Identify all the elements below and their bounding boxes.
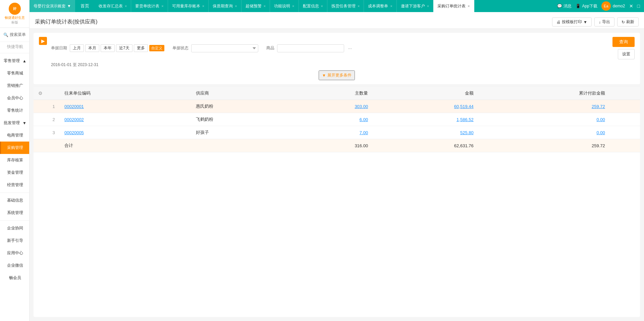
sidebar-item-retail-stat[interactable]: 零售统计: [0, 104, 29, 117]
tab-invite-downstream[interactable]: 邀请下游客户 ×: [397, 0, 433, 12]
goods-ellipsis-button[interactable]: ···: [347, 46, 354, 51]
date-this-year-button[interactable]: 本年: [101, 44, 115, 52]
cell-extra-3: [609, 126, 640, 139]
sidebar-item-wholesale[interactable]: 批发管理 ▼: [0, 117, 29, 129]
amount-link-3[interactable]: 525.80: [460, 130, 474, 135]
tab-cost-adjust[interactable]: 成本调整单 ×: [364, 0, 396, 12]
amount-link-1[interactable]: 60,519.44: [454, 104, 474, 109]
refresh-label: 刷新: [626, 19, 634, 25]
wholesale-label: 批发管理: [4, 120, 20, 126]
tab-goods-summary-close[interactable]: ×: [161, 4, 163, 8]
status-select[interactable]: [191, 44, 258, 52]
expand-more-button[interactable]: ▼ 展开更多条件: [319, 70, 355, 80]
date-more-button[interactable]: 更多: [134, 44, 148, 52]
sidebar-item-vip[interactable]: 畅会员: [0, 272, 29, 284]
app-download-button[interactable]: 📱 App下载: [576, 3, 597, 9]
logo-icon: 好: [9, 3, 21, 15]
paid-amount-link-3[interactable]: 0.00: [596, 130, 605, 135]
main-qty-link-3[interactable]: 7.00: [360, 130, 368, 135]
tab-func-desc-close[interactable]: ×: [292, 4, 294, 8]
main-qty-link-1[interactable]: 303.00: [355, 104, 368, 109]
message-button[interactable]: 💬 消息: [557, 3, 572, 9]
tab-home[interactable]: 首页: [75, 0, 95, 12]
marketing-label: 营销推广: [7, 83, 23, 88]
sidebar-item-purchase[interactable]: 采购管理: [0, 142, 29, 154]
sidebar-item-enterprise[interactable]: 企业协同: [0, 222, 29, 234]
col-index: [47, 87, 60, 100]
tab-func-desc[interactable]: 功能说明 ×: [270, 0, 299, 12]
sidebar-item-wechat[interactable]: 企业微信: [0, 259, 29, 272]
sidebar-item-app-center[interactable]: 应用中心: [0, 247, 29, 259]
sidebar-item-marketing[interactable]: 营销推广: [0, 79, 29, 92]
tab-validity-close[interactable]: ×: [235, 4, 237, 8]
user-area[interactable]: Ea demo2: [601, 1, 625, 11]
company-selector[interactable]: 母婴行业演示账套 ▼: [30, 0, 75, 12]
window-close-button[interactable]: ✕: [629, 3, 633, 9]
sidebar-item-inventory[interactable]: 库存核算: [0, 154, 29, 166]
tab-overstock-close[interactable]: ×: [264, 4, 266, 8]
query-button[interactable]: 查询: [612, 37, 635, 47]
main-qty-link-2[interactable]: 6.00: [360, 117, 368, 122]
inventory-label: 库存核算: [7, 158, 23, 162]
export-icon: ↓: [599, 20, 601, 24]
filter-toggle-button[interactable]: ▶: [39, 37, 47, 45]
amount-link-2[interactable]: 1,586.52: [457, 117, 474, 122]
filter-row-1: 单据日期 上月 本月 本年 近7天 更多 自定义: [51, 37, 635, 59]
print-button[interactable]: 🖨 按模板打印 ▼: [552, 17, 592, 26]
sidebar-item-newcomer[interactable]: 新手引导: [0, 234, 29, 247]
tab-purchase-summary[interactable]: 采购订单统计表 ×: [433, 0, 474, 12]
tab-goods-summary[interactable]: 要货单统计表 ×: [131, 0, 168, 12]
paid-amount-link-1[interactable]: 259.72: [592, 104, 605, 109]
cell-supplier-code-2: 00020002: [60, 113, 192, 126]
date-last-month-button[interactable]: 上月: [70, 44, 84, 52]
retail-mgmt-arrow: ▲: [22, 59, 26, 63]
sidebar-item-ecommerce[interactable]: 电商管理: [0, 129, 29, 142]
sidebar-item-sys-mgmt[interactable]: 系统管理: [0, 207, 29, 219]
sidebar-item-retail-mall[interactable]: 零售商城: [0, 67, 29, 79]
tab-validity-label: 保质期查询: [213, 3, 233, 9]
tab-available-stock-close[interactable]: ×: [202, 4, 204, 8]
tab-pick-task-label: 拣货任务管理: [331, 3, 356, 9]
cell-main-qty-3: 7.00: [290, 126, 372, 139]
cell-supplier-name-1: 惠氏奶粉: [192, 100, 290, 113]
sidebar-item-finance[interactable]: 资金管理: [0, 166, 29, 179]
tab-overstock[interactable]: 超储预警 ×: [241, 0, 270, 12]
tab-purchase-summary-close[interactable]: ×: [468, 4, 470, 8]
search-menu-button[interactable]: 🔍 搜索菜单: [2, 31, 27, 39]
footer-label: 合计: [64, 143, 73, 148]
logo-icon-text: 好: [13, 6, 16, 11]
goods-input[interactable]: [277, 44, 344, 52]
col-supplier-code: 往来单位编码: [60, 87, 192, 100]
supplier-code-link-3[interactable]: 00020005: [64, 130, 84, 135]
tab-validity[interactable]: 保质期查询 ×: [209, 0, 241, 12]
tab-cost-adjust-close[interactable]: ×: [390, 4, 392, 8]
cell-index-2: 2: [47, 113, 60, 126]
message-label: 消息: [564, 3, 572, 9]
sidebar-item-retail-mgmt[interactable]: 零售管理 ▲: [0, 55, 29, 67]
supplier-code-link-2[interactable]: 00020002: [64, 117, 84, 122]
paid-amount-link-2[interactable]: 0.00: [596, 117, 605, 122]
settings-button[interactable]: 设置: [618, 49, 635, 59]
tab-invite-downstream-close[interactable]: ×: [427, 4, 429, 8]
sidebar: 好 畅捷通好生意 标版 🔍 搜索菜单 快捷导航 零售管理 ▲ 零售商城 营销推广…: [0, 0, 30, 321]
company-arrow: ▼: [67, 4, 71, 8]
date-this-month-button[interactable]: 本月: [85, 44, 99, 52]
sidebar-item-quick-nav[interactable]: 快捷导航: [0, 42, 29, 52]
tab-config-info-close[interactable]: ×: [321, 4, 323, 8]
tab-config-info[interactable]: 配置信息 ×: [299, 0, 327, 12]
tab-pick-task[interactable]: 拣货任务管理 ×: [327, 0, 364, 12]
tab-receive-summary[interactable]: 收发存汇总表 ×: [95, 0, 131, 12]
tab-available-stock[interactable]: 可用量库存账本 ×: [168, 0, 209, 12]
sidebar-item-member[interactable]: 会员中心: [0, 92, 29, 104]
tab-pick-task-close[interactable]: ×: [358, 4, 360, 8]
tab-receive-summary-close[interactable]: ×: [125, 4, 127, 8]
sidebar-item-operation[interactable]: 经营管理: [0, 179, 29, 191]
supplier-code-link-1[interactable]: 00020001: [64, 104, 84, 109]
export-button[interactable]: ↓ 导出: [594, 17, 614, 26]
cell-paid-amount-2: 0.00: [478, 113, 609, 126]
window-max-button[interactable]: □: [637, 3, 640, 9]
date-7days-button[interactable]: 近7天: [116, 44, 132, 52]
settings-icon[interactable]: ⚙: [38, 91, 43, 96]
refresh-button[interactable]: ↻ 刷新: [617, 17, 639, 26]
sidebar-item-basic-info[interactable]: 基础信息: [0, 194, 29, 207]
